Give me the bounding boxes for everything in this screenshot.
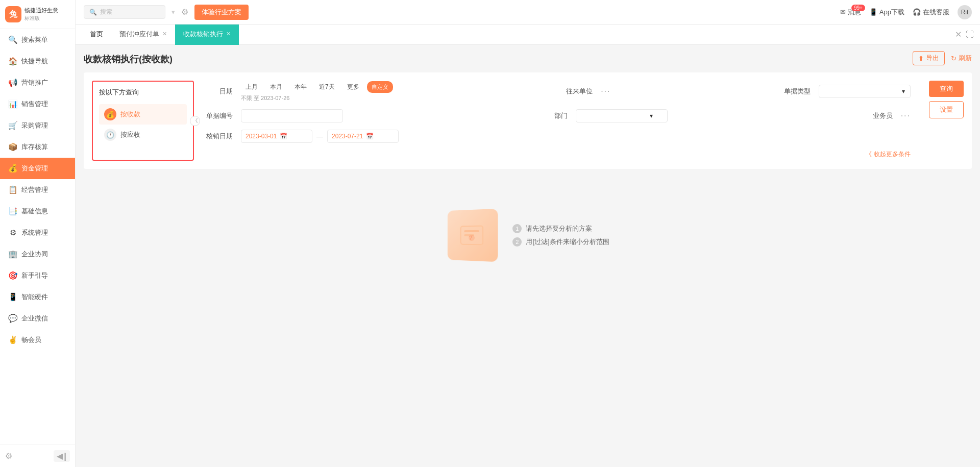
date-btn-7days[interactable]: 近7天 (314, 81, 339, 93)
tab-receipt-close-icon[interactable]: ✕ (226, 31, 231, 37)
inventory-icon: 📦 (8, 142, 17, 152)
filter-row-3: 核销日期 2023-03-01 📅 — 2023-07-21 📅 (204, 130, 911, 143)
collapse-up-icon: 《 (866, 150, 872, 159)
tab-receipt[interactable]: 收款核销执行 ✕ (175, 24, 239, 45)
setting-button[interactable]: 设置 (929, 101, 964, 118)
panel-collapse-button[interactable]: 《 (190, 116, 200, 126)
date-btn-this-month[interactable]: 本月 (265, 81, 287, 93)
tab-fullscreen-icon[interactable]: ⛶ (966, 30, 974, 39)
tab-close-all-icon[interactable]: ✕ (955, 30, 962, 39)
export-button[interactable]: ⬆ 导出 (913, 51, 945, 65)
sidebar-item-purchase[interactable]: 🛒 采购管理 (0, 115, 75, 136)
verify-date-end-picker[interactable]: 2023-07-21 📅 (327, 130, 399, 143)
sidebar-item-label: 快捷导航 (21, 57, 48, 66)
industry-solution-button[interactable]: 体验行业方案 (194, 5, 249, 20)
sidebar: 兔 畅捷通好生意 标准版 🔍 搜索菜单 🏠 快捷导航 📢 营销推广 📊 销售管理… (0, 0, 76, 467)
dept-dropdown-icon: ▾ (650, 112, 653, 119)
tab-bar: 首页 预付冲应付单 ✕ 收款核销执行 ✕ ✕ ⛶ (76, 24, 980, 45)
sidebar-item-search[interactable]: 🔍 搜索菜单 (0, 29, 75, 51)
sidebar-item-inventory[interactable]: 📦 库存核算 (0, 136, 75, 158)
date-btn-more[interactable]: 更多 (342, 81, 364, 93)
bill-type-label: 单据类型 (782, 87, 811, 96)
app-download-icon: 📱 (869, 8, 877, 16)
bill-number-input[interactable] (241, 109, 343, 122)
tip-1-text: 请先选择要分析的方案 (526, 224, 592, 233)
sidebar-collapse-button[interactable]: ◀‖ (54, 450, 70, 462)
header-right: ✉ 消息 99+ 📱 App下载 🎧 在线客服 Rit (840, 5, 972, 19)
vip-icon: ✌ (8, 335, 17, 345)
staff-label: 业务员 (864, 111, 893, 120)
sidebar-item-beginner[interactable]: 🎯 新手引导 (0, 265, 75, 286)
sidebar-item-system[interactable]: ⚙ 系统管理 (0, 222, 75, 243)
settings-icon[interactable]: ⚙ (5, 451, 12, 461)
date-options-group: 上月 本月 本年 近7天 更多 自定义 (241, 81, 393, 93)
sidebar-nav: 🔍 搜索菜单 🏠 快捷导航 📢 营销推广 📊 销售管理 🛒 采购管理 📦 库存核… (0, 29, 75, 445)
query-button[interactable]: 查询 (929, 81, 964, 97)
header-left: 🔍 搜索 ▾ ⚙ 体验行业方案 (84, 5, 249, 20)
counterpart-label: 往来单位 (564, 87, 593, 96)
receivable-option-icon: 🕐 (104, 129, 116, 141)
filter-row-1: 日期 上月 本月 本年 近7天 更多 自定义 不限 至 2023-07-26 (204, 81, 911, 102)
verify-date-start-picker[interactable]: 2023-03-01 📅 (241, 130, 312, 143)
svg-rect-1 (464, 230, 480, 232)
sidebar-item-label: 系统管理 (21, 228, 48, 237)
counterpart-picker-button[interactable]: ··· (601, 87, 610, 96)
sidebar-item-finance[interactable]: 💰 资金管理 (0, 158, 75, 179)
sidebar-item-corp-collab[interactable]: 🏢 企业协同 (0, 243, 75, 265)
dept-label: 部门 (539, 111, 568, 120)
query-option-by-receipt[interactable]: 💰 按收款 (99, 104, 187, 125)
date-btn-custom[interactable]: 自定义 (367, 81, 393, 93)
collapse-conditions-button[interactable]: 《 收起更多条件 (866, 150, 911, 159)
gear-settings-icon[interactable]: ⚙ (181, 7, 188, 17)
empty-state: ? 1 请先选择要分析的方案 2 用[过滤]条件来缩小分析范围 (84, 169, 972, 302)
online-service-button[interactable]: 🎧 在线客服 (913, 8, 949, 17)
basic-info-icon: 📑 (8, 207, 17, 216)
app-download-button[interactable]: 📱 App下载 (869, 8, 904, 17)
tab-home[interactable]: 首页 (82, 24, 111, 45)
tab-prepay[interactable]: 预付冲应付单 ✕ (111, 24, 175, 45)
query-option-by-receivable[interactable]: 🕐 按应收 (99, 125, 187, 145)
staff-picker-button[interactable]: ··· (901, 111, 911, 120)
service-icon: 🎧 (913, 8, 921, 16)
empty-tip-2: 2 用[过滤]条件来缩小分析范围 (512, 237, 609, 247)
tab-prepay-label: 预付冲应付单 (119, 30, 159, 39)
tab-prepay-close-icon[interactable]: ✕ (162, 31, 167, 37)
sidebar-item-quick-nav[interactable]: 🏠 快捷导航 (0, 51, 75, 72)
date-label: 日期 (204, 87, 233, 96)
page-title: 收款核销执行(按收款) (84, 53, 972, 65)
date-btn-last-month[interactable]: 上月 (241, 81, 262, 93)
sidebar-item-label: 资金管理 (21, 164, 48, 173)
sidebar-item-sales[interactable]: 📊 销售管理 (0, 93, 75, 115)
sidebar-item-marketing[interactable]: 📢 营销推广 (0, 72, 75, 93)
dropdown-arrow-icon[interactable]: ▾ (172, 8, 175, 16)
purchase-icon: 🛒 (8, 121, 17, 130)
date-btn-this-year[interactable]: 本年 (290, 81, 311, 93)
header-search-box[interactable]: 🔍 搜索 (84, 5, 165, 19)
sidebar-item-operations[interactable]: 📋 经营管理 (0, 179, 75, 201)
bill-number-label: 单据编号 (204, 111, 233, 120)
tip-num-2: 2 (512, 237, 522, 247)
sidebar-item-label: 新手引导 (21, 271, 48, 280)
empty-tip-1: 1 请先选择要分析的方案 (512, 224, 609, 233)
sidebar-item-basic-info[interactable]: 📑 基础信息 (0, 201, 75, 222)
sidebar-item-smart-hw[interactable]: 📱 智能硬件 (0, 286, 75, 308)
message-button[interactable]: ✉ 消息 99+ (840, 8, 861, 17)
dept-select[interactable]: ▾ (576, 109, 668, 122)
home-icon: 🏠 (8, 57, 17, 66)
app-download-label: App下载 (879, 8, 904, 17)
verify-date-end: 2023-07-21 (332, 133, 363, 140)
sidebar-bottom: ⚙ ◀‖ (0, 445, 75, 467)
action-bar: 查询 设置 (921, 81, 964, 161)
bill-type-select[interactable]: ▾ (819, 85, 911, 98)
sidebar-item-label: 营销推广 (21, 78, 48, 87)
sidebar-item-vip[interactable]: ✌ 畅会员 (0, 329, 75, 351)
app-edition: 标准版 (24, 15, 58, 22)
sidebar-item-corp-wechat[interactable]: 💬 企业微信 (0, 308, 75, 329)
verify-date-label: 核销日期 (204, 132, 233, 141)
smart-hw-icon: 📱 (8, 292, 17, 302)
by-receipt-label: 按收款 (120, 110, 140, 119)
user-avatar[interactable]: Rit (958, 5, 972, 19)
refresh-button[interactable]: ↻ 刷新 (951, 54, 972, 63)
query-panel: 按以下方查询 💰 按收款 🕐 按应收 《 (92, 81, 194, 161)
query-panel-title: 按以下方查询 (99, 88, 187, 97)
